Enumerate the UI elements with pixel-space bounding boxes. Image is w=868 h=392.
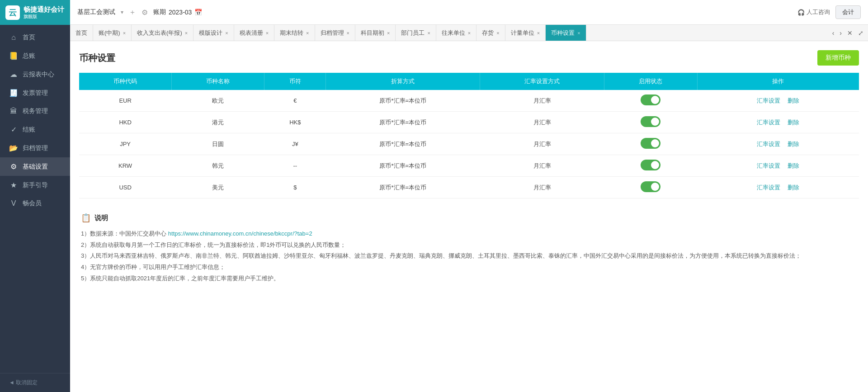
tab-close-icon[interactable]: ×	[347, 30, 349, 36]
tab-close-icon[interactable]: ×	[537, 30, 540, 36]
period-label: 账期 2023-03 📅	[153, 8, 202, 16]
tab-收入支出表(年报)[interactable]: 收入支出表(年报)×	[132, 25, 193, 41]
delete-link[interactable]: 删除	[788, 119, 799, 126]
tab-label: 期末结转	[280, 29, 303, 37]
rate-settings-link[interactable]: 汇率设置	[757, 97, 780, 104]
currency-actions: 汇率设置删除	[697, 133, 859, 155]
currency-table: 币种代码币种名称币符折算方式汇率设置方式启用状态操作 EUR欧元€原币*汇率=本…	[79, 73, 859, 198]
sidebar-item-home[interactable]: ⌂首页	[0, 28, 70, 47]
currency-enable-toggle[interactable]	[641, 116, 660, 127]
checkout-icon: ✓	[9, 125, 18, 134]
currency-enable-toggle[interactable]	[641, 181, 660, 192]
delete-link[interactable]: 删除	[788, 184, 799, 191]
tab-首页[interactable]: 首页	[70, 25, 93, 41]
archive-icon: 📂	[9, 144, 18, 152]
tabs-navigation: ‹ › ✕ ⤢	[828, 28, 868, 38]
tab-close-icon[interactable]: ×	[468, 30, 471, 36]
tab-计量单位[interactable]: 计量单位×	[505, 25, 546, 41]
currency-toggle-cell	[604, 155, 698, 177]
currency-name: 欧元	[171, 90, 264, 112]
settings-icon[interactable]: ⚙	[142, 8, 148, 17]
company-name: 基层工会测试	[77, 8, 115, 16]
ledger-icon: 📒	[9, 52, 18, 60]
tab-close-icon[interactable]: ×	[387, 30, 390, 36]
table-row: EUR欧元€原币*汇率=本位币月汇率汇率设置删除	[79, 90, 859, 112]
add-company-button[interactable]: ＋	[129, 8, 136, 17]
sidebar-item-archive[interactable]: 📂归档管理	[0, 139, 70, 157]
tab-期末结转[interactable]: 期末结转×	[274, 25, 315, 41]
invoice-icon: 🧾	[9, 89, 18, 97]
col-header-操作: 操作	[697, 73, 859, 90]
tab-科目期初[interactable]: 科目期初×	[355, 25, 396, 41]
delete-link[interactable]: 删除	[788, 141, 799, 147]
tab-存货[interactable]: 存货×	[476, 25, 505, 41]
sidebar: 云 畅捷通好会计 旗舰版 ⌂首页📒总账☁云报表中心🧾发票管理🏛税务管理✓结账📂归…	[0, 0, 70, 392]
currency-code: USD	[79, 177, 171, 198]
tab-模版设计[interactable]: 模版设计×	[193, 25, 234, 41]
currency-enable-toggle[interactable]	[641, 94, 660, 105]
notes-header: 📋 说明	[81, 213, 857, 223]
tab-label: 首页	[75, 29, 87, 37]
sidebar-item-invoice[interactable]: 🧾发票管理	[0, 84, 70, 102]
sidebar-pin-toggle[interactable]: ◄ 取消固定	[0, 373, 70, 392]
currency-calc: 原币*汇率=本位币	[326, 177, 480, 198]
currency-symbol: HK$	[264, 112, 326, 133]
rate-settings-link[interactable]: 汇率设置	[757, 184, 780, 191]
currency-enable-toggle[interactable]	[641, 160, 660, 170]
tab-label: 账(中期)	[99, 29, 120, 37]
tab-close-icon[interactable]: ×	[266, 30, 269, 36]
sidebar-item-settings[interactable]: ⚙基础设置	[0, 157, 70, 176]
tab-close-icon[interactable]: ×	[185, 30, 188, 36]
tab-close-icon[interactable]: ×	[496, 30, 499, 36]
sidebar-item-guide[interactable]: ★新手引导	[0, 176, 70, 194]
tax-icon: 🏛	[9, 107, 18, 115]
currency-toggle-cell	[604, 90, 698, 112]
tab-close-icon[interactable]: ×	[427, 30, 430, 36]
notes-external-link[interactable]: https://www.chinamoney.com.cn/chinese/bk…	[168, 230, 312, 237]
sidebar-item-ledger[interactable]: 📒总账	[0, 47, 70, 65]
user-role-button[interactable]: 会计	[835, 5, 861, 19]
help-button[interactable]: 🎧 人工咨询	[797, 8, 830, 16]
tab-label: 币种设置	[551, 29, 575, 37]
rate-settings-link[interactable]: 汇率设置	[757, 162, 780, 169]
tab-scroll-right[interactable]: ›	[838, 28, 844, 38]
sidebar-item-reports[interactable]: ☁云报表中心	[0, 65, 70, 84]
tab-税表清册[interactable]: 税表清册×	[234, 25, 274, 41]
tab-币种设置[interactable]: 币种设置×	[546, 25, 586, 41]
tab-往来单位[interactable]: 往来单位×	[436, 25, 476, 41]
tab-label: 往来单位	[442, 29, 465, 37]
note-item-5: 5）系统只能自动抓取2021年度后的汇率，之前年度汇率需要用户手工维护。	[81, 273, 857, 284]
tab-scroll-left[interactable]: ‹	[830, 28, 836, 38]
tab-账(中期)[interactable]: 账(中期)×	[93, 25, 132, 41]
company-dropdown-icon[interactable]: ▾	[121, 9, 123, 15]
calendar-icon[interactable]: 📅	[194, 9, 202, 16]
tab-close-icon[interactable]: ×	[225, 30, 228, 36]
tab-maximize[interactable]: ⤢	[856, 28, 865, 38]
tab-close-icon[interactable]: ×	[123, 30, 126, 36]
sidebar-label-tax: 税务管理	[23, 107, 48, 115]
sidebar-label-settings: 基础设置	[23, 163, 48, 171]
tab-close-icon[interactable]: ×	[577, 30, 580, 36]
home-icon: ⌂	[9, 33, 18, 42]
member-icon: V	[9, 199, 18, 208]
currency-name: 港元	[171, 112, 264, 133]
tab-close-icon[interactable]: ×	[306, 30, 309, 36]
currency-actions: 汇率设置删除	[697, 177, 859, 198]
rate-settings-link[interactable]: 汇率设置	[757, 141, 780, 147]
currency-symbol: --	[264, 155, 326, 177]
col-header-汇率设置方式: 汇率设置方式	[480, 73, 604, 90]
sidebar-item-tax[interactable]: 🏛税务管理	[0, 102, 70, 120]
tab-归档管理[interactable]: 归档管理×	[315, 25, 355, 41]
tab-部门员工[interactable]: 部门员工×	[396, 25, 436, 41]
sidebar-item-member[interactable]: V畅会员	[0, 194, 70, 213]
tab-close-all[interactable]: ✕	[845, 28, 854, 38]
currency-symbol: J¥	[264, 133, 326, 155]
col-header-币种代码: 币种代码	[79, 73, 171, 90]
currency-enable-toggle[interactable]	[641, 138, 660, 149]
rate-settings-link[interactable]: 汇率设置	[757, 119, 780, 126]
new-currency-button[interactable]: 新增币种	[817, 50, 859, 66]
sidebar-item-checkout[interactable]: ✓结账	[0, 120, 70, 139]
delete-link[interactable]: 删除	[788, 162, 799, 169]
delete-link[interactable]: 删除	[788, 97, 799, 104]
currency-name: 美元	[171, 177, 264, 198]
